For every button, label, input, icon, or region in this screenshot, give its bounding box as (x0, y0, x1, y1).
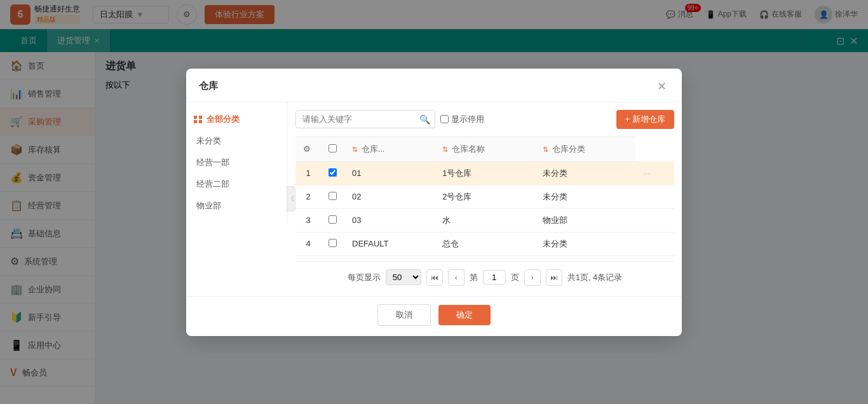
row-num: 4 (295, 232, 321, 255)
category-panel-wrap: 全部分类 未分类 经营一部 经营二部 物业部 《 (186, 102, 288, 296)
warehouse-toolbar: 🔍 显示停用 + 新增仓库 (295, 110, 674, 129)
row-checkbox[interactable] (329, 239, 337, 247)
row-name: 总仓 (435, 232, 535, 255)
row-category: 未分类 (535, 185, 635, 208)
th-checkbox (321, 137, 344, 161)
row-num: 1 (295, 161, 321, 185)
modal-close-button[interactable]: ✕ (654, 79, 669, 94)
total-info: 共1页, 4条记录 (567, 272, 623, 283)
row-actions[interactable]: ··· (635, 161, 674, 185)
row-code: 01 (344, 161, 435, 185)
th-gear: ⚙ (295, 137, 321, 161)
page-size-label: 每页显示 (348, 272, 381, 283)
row-category: 未分类 (535, 232, 635, 255)
table-row[interactable]: 2 02 2号仓库 未分类 (295, 185, 674, 208)
row-code: DEFAULT (344, 232, 435, 255)
row-category: 物业部 (535, 208, 635, 232)
table-container: ⚙ ⇅ 仓库... ⇅ (295, 137, 674, 256)
current-page-input[interactable]: 1 (483, 270, 506, 285)
row-checkbox-cell (321, 208, 344, 232)
row-num: 3 (295, 208, 321, 232)
row-code: 03 (344, 208, 435, 232)
last-page-button[interactable]: ⏭ (546, 269, 562, 286)
row-checkbox-cell (321, 161, 344, 185)
category-item-2[interactable]: 经营二部 (186, 173, 287, 195)
th-name: ⇅ 仓库名称 (435, 137, 535, 161)
confirm-button[interactable]: 确定 (438, 305, 491, 325)
search-input[interactable] (295, 110, 435, 128)
gear-column-icon: ⚙ (303, 144, 311, 154)
show-disabled-checkbox[interactable] (440, 115, 449, 123)
row-name: 水 (435, 208, 535, 232)
modal-overlay: 仓库 ✕ 全部分类 未分类 经营一部 经营二部 物业部 (0, 0, 868, 404)
row-name: 1号仓库 (435, 161, 535, 185)
category-panel: 全部分类 未分类 经营一部 经营二部 物业部 (186, 102, 288, 223)
row-code: 02 (344, 185, 435, 208)
cancel-button[interactable]: 取消 (377, 304, 431, 326)
page-word: 第 (470, 272, 478, 283)
show-disabled-checkbox-label[interactable]: 显示停用 (440, 114, 484, 125)
table-row[interactable]: 4 DEFAULT 总仓 未分类 (295, 232, 674, 255)
grid-icon (194, 116, 203, 123)
warehouse-modal: 仓库 ✕ 全部分类 未分类 经营一部 经营二部 物业部 (186, 69, 682, 336)
row-checkbox-cell (321, 232, 344, 255)
row-name: 2号仓库 (435, 185, 535, 208)
th-category: ⇅ 仓库分类 (535, 137, 635, 161)
row-checkbox[interactable] (329, 192, 337, 200)
first-page-button[interactable]: ⏮ (426, 269, 443, 286)
page-unit: 页 (511, 272, 519, 283)
sort-icon-code: ⇅ (352, 145, 358, 153)
category-item-3[interactable]: 物业部 (186, 195, 287, 217)
table-header-row: ⚙ ⇅ 仓库... ⇅ (295, 137, 674, 161)
prev-page-button[interactable]: ‹ (448, 269, 465, 286)
row-category: 未分类 (535, 161, 635, 185)
row-checkbox[interactable] (329, 168, 337, 177)
next-page-button[interactable]: › (524, 269, 541, 286)
row-checkbox[interactable] (329, 215, 337, 224)
th-code: ⇅ 仓库... (344, 137, 435, 161)
modal-body: 全部分类 未分类 经营一部 经营二部 物业部 《 🔍 (186, 102, 682, 296)
warehouse-table: ⚙ ⇅ 仓库... ⇅ (295, 137, 674, 256)
select-all-checkbox[interactable] (329, 144, 337, 152)
warehouse-panel: 🔍 显示停用 + 新增仓库 ⚙ (288, 102, 682, 296)
table-row[interactable]: 1 01 1号仓库 未分类··· (295, 161, 674, 185)
modal-header: 仓库 ✕ (186, 69, 682, 102)
row-num: 2 (295, 185, 321, 208)
search-icon: 🔍 (419, 114, 430, 125)
sort-icon-category: ⇅ (543, 145, 548, 153)
page-size-select[interactable]: 50 20 100 (386, 269, 421, 285)
table-row[interactable]: 3 03 水 物业部 (295, 208, 674, 232)
search-input-wrap: 🔍 (295, 110, 435, 128)
modal-footer: 取消 确定 (186, 296, 682, 336)
pagination: 每页显示 50 20 100 ⏮ ‹ 第 1 页 › ⏭ 共1页, 4条记录 (295, 261, 674, 288)
add-warehouse-button[interactable]: + 新增仓库 (616, 110, 674, 129)
sort-icon-name: ⇅ (442, 145, 448, 153)
row-checkbox-cell (321, 185, 344, 208)
collapse-category-button[interactable]: 《 (287, 186, 295, 212)
category-item-0[interactable]: 未分类 (186, 130, 287, 152)
modal-title: 仓库 (199, 80, 218, 92)
category-item-1[interactable]: 经营一部 (186, 152, 287, 173)
category-all-item[interactable]: 全部分类 (186, 109, 287, 130)
